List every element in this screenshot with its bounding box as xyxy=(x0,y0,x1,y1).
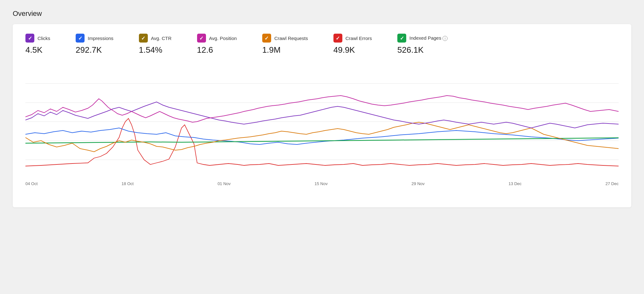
metric-checkbox-indexed-pages[interactable]: ✓ xyxy=(397,34,406,43)
metric-value-impressions: 292.7K xyxy=(76,45,113,55)
metric-label-indexed-pages: Indexed Pagesi xyxy=(409,35,448,41)
overview-card: ✓Clicks4.5K✓Impressions292.7K✓Avg. CTR1.… xyxy=(13,24,631,207)
chart-svg xyxy=(25,64,619,179)
metric-checkbox-clicks[interactable]: ✓ xyxy=(25,34,34,43)
metric-item-impressions[interactable]: ✓Impressions292.7K xyxy=(76,34,113,55)
x-axis-label: 18 Oct xyxy=(121,181,134,186)
metric-label-impressions: Impressions xyxy=(88,36,113,41)
metric-item-indexed-pages[interactable]: ✓Indexed Pagesi526.1K xyxy=(397,34,448,55)
x-axis: 04 Oct18 Oct01 Nov15 Nov29 Nov13 Dec27 D… xyxy=(25,179,619,186)
info-icon-indexed-pages[interactable]: i xyxy=(442,36,448,41)
metric-header-impressions: ✓Impressions xyxy=(76,34,113,43)
metric-header-clicks: ✓Clicks xyxy=(25,34,50,43)
metric-header-avg-position: ✓Avg. Position xyxy=(197,34,237,43)
metric-header-indexed-pages: ✓Indexed Pagesi xyxy=(397,34,448,43)
metric-item-clicks[interactable]: ✓Clicks4.5K xyxy=(25,34,50,55)
metric-label-crawl-requests: Crawl Requests xyxy=(274,36,308,41)
metric-item-crawl-errors[interactable]: ✓Crawl Errors49.9K xyxy=(333,34,372,55)
metric-label-avg-position: Avg. Position xyxy=(209,36,237,41)
x-axis-label: 01 Nov xyxy=(217,181,230,186)
metric-label-avg-ctr: Avg. CTR xyxy=(151,36,172,41)
x-axis-label: 04 Oct xyxy=(25,181,38,186)
x-axis-label: 27 Dec xyxy=(606,181,619,186)
metric-value-crawl-requests: 1.9M xyxy=(262,45,308,55)
metric-value-crawl-errors: 49.9K xyxy=(333,45,372,55)
chart-container: 04 Oct18 Oct01 Nov15 Nov29 Nov13 Dec27 D… xyxy=(25,64,619,198)
metric-value-clicks: 4.5K xyxy=(25,45,50,55)
metric-value-avg-ctr: 1.54% xyxy=(139,45,172,55)
metric-checkbox-avg-ctr[interactable]: ✓ xyxy=(139,34,148,43)
page-title: Overview xyxy=(13,10,631,18)
chart-area xyxy=(25,64,619,179)
metric-item-crawl-requests[interactable]: ✓Crawl Requests1.9M xyxy=(262,34,308,55)
metric-checkbox-crawl-requests[interactable]: ✓ xyxy=(262,34,271,43)
metric-checkbox-crawl-errors[interactable]: ✓ xyxy=(333,34,342,43)
metric-header-crawl-errors: ✓Crawl Errors xyxy=(333,34,372,43)
metric-checkbox-avg-position[interactable]: ✓ xyxy=(197,34,206,43)
metric-checkbox-impressions[interactable]: ✓ xyxy=(76,34,85,43)
metric-item-avg-ctr[interactable]: ✓Avg. CTR1.54% xyxy=(139,34,172,55)
metric-value-avg-position: 12.6 xyxy=(197,45,237,55)
x-axis-label: 29 Nov xyxy=(412,181,425,186)
metrics-row: ✓Clicks4.5K✓Impressions292.7K✓Avg. CTR1.… xyxy=(25,34,619,55)
metric-label-crawl-errors: Crawl Errors xyxy=(346,36,372,41)
metric-header-crawl-requests: ✓Crawl Requests xyxy=(262,34,308,43)
metric-label-clicks: Clicks xyxy=(38,36,50,41)
x-axis-label: 13 Dec xyxy=(509,181,522,186)
metric-value-indexed-pages: 526.1K xyxy=(397,45,448,55)
x-axis-label: 15 Nov xyxy=(314,181,327,186)
metric-header-avg-ctr: ✓Avg. CTR xyxy=(139,34,172,43)
metric-item-avg-position[interactable]: ✓Avg. Position12.6 xyxy=(197,34,237,55)
